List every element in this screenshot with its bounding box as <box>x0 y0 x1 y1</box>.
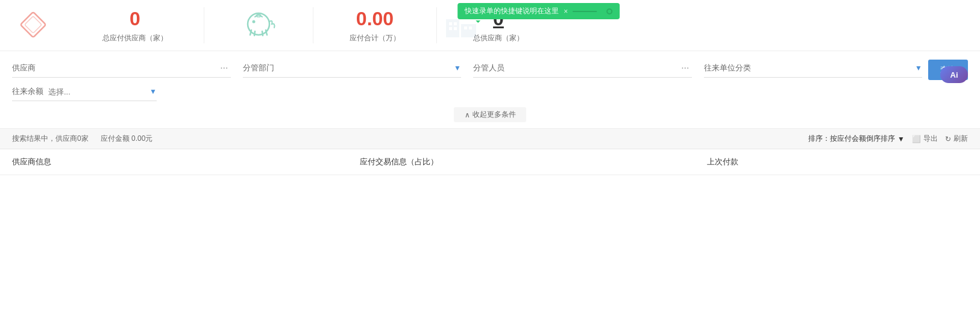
tooltip-bubble: 快速录单的快捷键说明在这里 × <box>457 3 620 19</box>
category-input[interactable] <box>756 63 916 72</box>
export-button[interactable]: ⬜ 导出 <box>912 134 938 144</box>
category-caret-icon[interactable]: ▼ <box>915 64 922 72</box>
supplier-dots[interactable]: ··· <box>220 63 228 73</box>
result-suppliers: 搜索结果中，供应商0家 <box>12 134 89 144</box>
filter-supplier: 供应商 ··· <box>12 63 231 78</box>
balance-caret-icon[interactable]: ▼ <box>149 87 157 96</box>
stat-number-payable-suppliers: 0 <box>130 7 140 30</box>
refresh-button[interactable]: ↻ 刷新 <box>945 134 968 144</box>
balance-input[interactable] <box>48 87 149 96</box>
filter-row-2: 往来余额 ▼ <box>12 86 968 101</box>
table-header: 供应商信息 应付交易信息（占比） 上次付款 <box>0 149 980 175</box>
svg-rect-7 <box>449 22 452 25</box>
tooltip-close-icon[interactable]: × <box>564 7 568 16</box>
collapse-label: 收起更多条件 <box>473 110 516 120</box>
collapse-button[interactable]: ∧ 收起更多条件 <box>454 107 526 122</box>
supplier-label: 供应商 <box>12 63 36 73</box>
svg-rect-9 <box>449 27 452 30</box>
col-supplier-header: 供应商信息 <box>12 157 360 167</box>
logo-icon <box>18 10 66 42</box>
col-transaction-header: 应付交易信息（占比） <box>360 157 708 167</box>
person-dots[interactable]: ··· <box>681 63 689 73</box>
tooltip-dot <box>606 8 612 14</box>
stat-label-total-suppliers: 总供应商（家） <box>473 33 524 43</box>
svg-rect-12 <box>469 26 472 29</box>
dept-label: 分管部门 <box>243 63 274 73</box>
ai-button-area: Ai <box>940 66 968 83</box>
sort-caret-icon: ▼ <box>897 135 905 143</box>
table-area: 供应商信息 应付交易信息（占比） 上次付款 <box>0 149 980 310</box>
export-icon: ⬜ <box>912 135 921 143</box>
dept-input[interactable] <box>279 63 454 72</box>
result-actions: 排序：按应付会额倒序排序 ▼ ⬜ 导出 ↻ 刷新 <box>808 134 968 144</box>
category-label: 往来单位分类 <box>704 63 751 73</box>
result-summary: 搜索结果中，供应商0家 应付金额 0.00元 <box>12 134 152 144</box>
stats-bar: 0 总应付供应商（家） 0.00 应付合计（万） 快速录单的快捷键说明在这里 × <box>0 0 980 51</box>
filter-dept: 分管部门 ▼ <box>243 63 462 78</box>
filter-area: 供应商 ··· 分管部门 ▼ 分管人员 ··· 往来单位分类 ▼ 查询 往来余额 <box>0 51 980 129</box>
balance-label: 往来余额 <box>12 86 43 97</box>
person-label: 分管人员 <box>473 63 504 73</box>
filter-balance: 往来余额 ▼ <box>12 86 157 101</box>
col-lastpay-header: 上次付款 <box>707 157 968 167</box>
person-input[interactable] <box>509 63 681 72</box>
refresh-label: 刷新 <box>953 134 968 144</box>
result-bar: 搜索结果中，供应商0家 应付金额 0.00元 排序：按应付会额倒序排序 ▼ ⬜ … <box>0 129 980 149</box>
refresh-icon: ↻ <box>945 135 951 143</box>
tooltip-text: 快速录单的快捷键说明在这里 <box>465 6 559 16</box>
sort-label: 排序：按应付会额倒序排序 <box>808 134 895 144</box>
svg-rect-5 <box>446 19 459 37</box>
svg-rect-11 <box>464 26 467 29</box>
svg-rect-10 <box>454 27 457 30</box>
piggy-icon-area <box>204 7 313 43</box>
table-body <box>0 175 980 310</box>
stat-number-payable-total: 0.00 <box>356 7 394 30</box>
svg-point-3 <box>253 20 256 23</box>
svg-rect-8 <box>454 22 457 25</box>
filter-row-1: 供应商 ··· 分管部门 ▼ 分管人员 ··· 往来单位分类 ▼ 查询 <box>12 60 968 80</box>
stat-total-payable-suppliers: 0 总应付供应商（家） <box>66 7 204 43</box>
result-amount: 应付金额 0.00元 <box>101 134 153 144</box>
collapse-arrow-icon: ∧ <box>465 111 470 119</box>
filter-person: 分管人员 ··· <box>473 63 692 78</box>
sort-dropdown[interactable]: 排序：按应付会额倒序排序 ▼ <box>808 134 905 144</box>
stat-label-payable-suppliers: 总应付供应商（家） <box>102 33 168 43</box>
export-label: 导出 <box>923 134 938 144</box>
supplier-input[interactable] <box>40 63 220 72</box>
svg-rect-6 <box>461 24 476 37</box>
stat-label-payable-total: 应付合计（万） <box>350 33 400 43</box>
filter-category: 往来单位分类 ▼ <box>704 63 923 78</box>
dept-caret-icon[interactable]: ▼ <box>454 64 461 72</box>
ai-button[interactable]: Ai <box>940 66 968 83</box>
tooltip-line <box>573 11 597 12</box>
stat-payable-total: 0.00 应付合计（万） <box>313 7 437 43</box>
svg-rect-0 <box>20 11 46 37</box>
